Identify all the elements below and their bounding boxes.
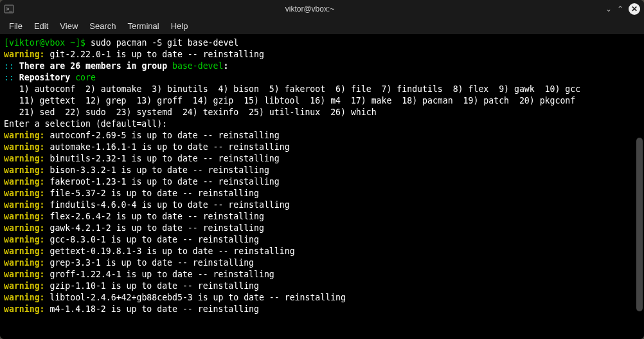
scrollbar-thumb[interactable]	[636, 138, 643, 311]
menu-view[interactable]: View	[55, 19, 83, 33]
terminal-output: [viktor@vbox ~]$ sudo pacman -S git base…	[0, 35, 644, 318]
menu-help[interactable]: Help	[166, 19, 193, 33]
terminal-window: >_ viktor@vbox:~ ⌄ ⌃ ✕ File Edit View Se…	[0, 0, 644, 339]
menubar: File Edit View Search Terminal Help	[0, 18, 644, 35]
svg-text:>_: >_	[6, 6, 13, 12]
menu-file[interactable]: File	[4, 19, 28, 33]
window-title: viktor@vbox:~	[14, 5, 605, 14]
close-button[interactable]: ✕	[629, 3, 640, 15]
minimize-button[interactable]: ⌄	[605, 5, 612, 14]
titlebar[interactable]: >_ viktor@vbox:~ ⌄ ⌃ ✕	[0, 0, 644, 18]
terminal-viewport[interactable]: [viktor@vbox ~]$ sudo pacman -S git base…	[0, 35, 644, 339]
menu-search[interactable]: Search	[84, 19, 121, 33]
maximize-button[interactable]: ⌃	[617, 5, 623, 14]
menu-terminal[interactable]: Terminal	[123, 19, 165, 33]
menu-edit[interactable]: Edit	[29, 19, 53, 33]
terminal-app-icon: >_	[4, 4, 14, 14]
